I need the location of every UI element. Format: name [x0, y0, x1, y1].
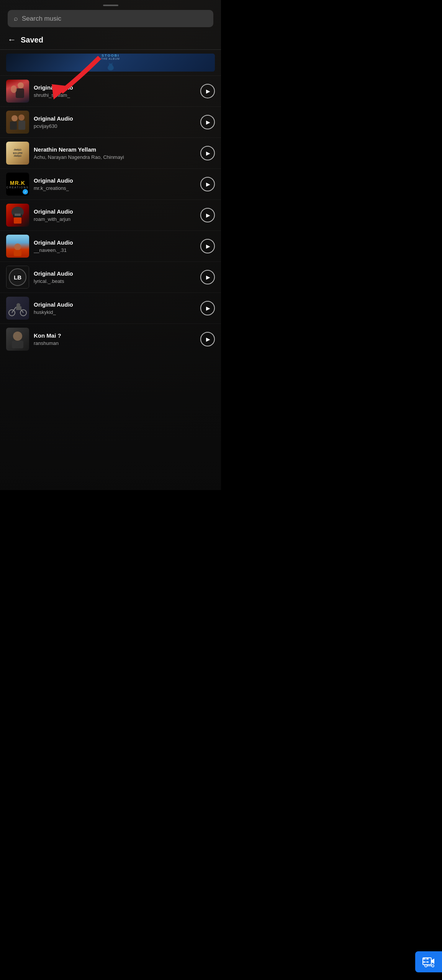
track-thumbnail [6, 80, 29, 103]
play-button[interactable]: ▶ [200, 177, 215, 191]
album-art-text: STOOBI [101, 54, 119, 57]
svg-rect-7 [16, 88, 24, 98]
track-artist: shruthi_selvam_ [34, 92, 196, 98]
track-thumbnail: MR.K CREATIONS ✓ [6, 173, 29, 196]
play-button[interactable]: ▶ [200, 332, 215, 346]
track-artist: mr.k_creations_ [34, 185, 196, 191]
track-info: Original Audio __naveen._.31 [34, 239, 196, 253]
play-icon: ▶ [206, 305, 210, 311]
list-item: STOOBI THE ALBUM Tick Tick Boom (feat. B… [0, 50, 221, 76]
play-icon: ▶ [206, 119, 210, 125]
track-info: Original Audio roam_with_arjun [34, 208, 196, 222]
track-thumbnail: மீண்டும் ஒரு முறை மீண்டும் [6, 142, 29, 165]
svg-rect-11 [10, 121, 17, 130]
track-title: Original Audio [34, 208, 196, 215]
track-title: Original Audio [34, 239, 196, 246]
lb-logo-text: LB [14, 274, 21, 281]
play-icon: ▶ [206, 181, 210, 187]
track-title: Original Audio [34, 115, 196, 122]
track-info: Nerathin Neram Yellam Achu, Narayan Nage… [34, 146, 196, 160]
play-icon: ▶ [206, 212, 210, 218]
track-thumbnail [6, 297, 29, 320]
drag-handle [103, 5, 118, 6]
list-item: Original Audio roam_with_arjun ▶ [0, 200, 221, 231]
list-item: மீண்டும் ஒரு முறை மீண்டும் Nerathin Nera… [0, 138, 221, 169]
play-icon: ▶ [206, 243, 210, 249]
track-info: Original Audio huskykid_ [34, 301, 196, 315]
play-icon: ▶ [206, 88, 210, 94]
mrk-sub-text: CREATIONS [7, 186, 29, 189]
track-title: Nerathin Neram Yellam [34, 146, 196, 153]
play-icon: ▶ [206, 150, 210, 156]
page-title: Saved [21, 36, 43, 44]
track-thumbnail: LB [6, 266, 29, 289]
svg-rect-12 [18, 121, 25, 130]
svg-point-8 [11, 85, 17, 93]
header: ← Saved [0, 33, 221, 50]
mrk-logo-text: MR.K [10, 180, 25, 186]
list-item: LB Original Audio lyrical._.beats ▶ [0, 262, 221, 293]
svg-rect-16 [14, 217, 21, 224]
list-item: Original Audio shruthi_selvam_ ▶ [0, 76, 221, 107]
search-placeholder: Search music [22, 15, 61, 23]
track-thumbnail [6, 204, 29, 227]
svg-rect-18 [14, 250, 21, 256]
track-artist: roam_with_arjun [34, 216, 196, 222]
svg-point-9 [11, 115, 18, 121]
track-thumbnail [6, 111, 29, 134]
list-item: Original Audio huskykid_ ▶ [0, 293, 221, 324]
play-button[interactable]: ▶ [200, 146, 215, 160]
back-button[interactable]: ← [8, 35, 16, 45]
track-artist: pcvijay630 [34, 123, 196, 129]
list-item: MR.K CREATIONS ✓ Original Audio mr.k_cre… [0, 169, 221, 200]
svg-point-10 [18, 114, 25, 121]
svg-point-24 [13, 332, 22, 341]
list-item: Original Audio pcvijay630 ▶ [0, 107, 221, 138]
search-bar[interactable]: ⌕ Search music [8, 10, 213, 27]
track-title: Original Audio [34, 177, 196, 184]
play-button[interactable]: ▶ [200, 115, 215, 129]
play-button[interactable]: ▶ [200, 301, 215, 315]
svg-marker-2 [108, 62, 110, 64]
play-button[interactable]: ▶ [200, 208, 215, 222]
track-artist: __naveen._.31 [34, 247, 196, 253]
play-button[interactable]: ▶ [200, 270, 215, 284]
list-item: Original Audio __naveen._.31 ▶ [0, 231, 221, 262]
svg-point-17 [14, 243, 21, 250]
track-title: Original Audio [34, 84, 196, 91]
play-button[interactable]: ▶ [200, 84, 215, 98]
track-title: Original Audio [34, 301, 196, 308]
track-info: Original Audio shruthi_selvam_ [34, 84, 196, 98]
music-list: STOOBI THE ALBUM Tick Tick Boom (feat. B… [0, 50, 221, 354]
list-item: Kon Mai ? ranshuman ▶ [0, 324, 221, 354]
svg-rect-25 [12, 341, 23, 348]
track-artist: Achu, Narayan Nagendra Rao, Chinmayi [34, 154, 196, 160]
track-info: Original Audio pcvijay630 [34, 115, 196, 129]
play-button[interactable]: ▶ [200, 239, 215, 253]
svg-point-1 [109, 64, 113, 67]
track-artist: huskykid_ [34, 309, 196, 315]
track-info: Original Audio mr.k_creations_ [34, 177, 196, 191]
play-icon: ▶ [206, 274, 210, 280]
track-artist: ranshuman [34, 340, 196, 346]
album-art-subtext: THE ALBUM [101, 57, 120, 60]
svg-marker-3 [111, 62, 113, 64]
play-icon: ▶ [206, 336, 210, 342]
track-thumbnail [6, 235, 29, 258]
track-thumbnail [6, 328, 29, 351]
svg-rect-15 [15, 214, 21, 216]
track-title: Original Audio [34, 270, 196, 277]
track-title: Kon Mai ? [34, 332, 196, 339]
track-artist: lyrical._.beats [34, 278, 196, 284]
track-info: Original Audio lyrical._.beats [34, 270, 196, 284]
svg-rect-23 [16, 306, 21, 310]
svg-point-6 [18, 82, 24, 88]
track-thumbnail: STOOBI THE ALBUM [6, 54, 215, 72]
search-icon: ⌕ [14, 15, 18, 23]
track-info: Kon Mai ? ranshuman [34, 332, 196, 346]
